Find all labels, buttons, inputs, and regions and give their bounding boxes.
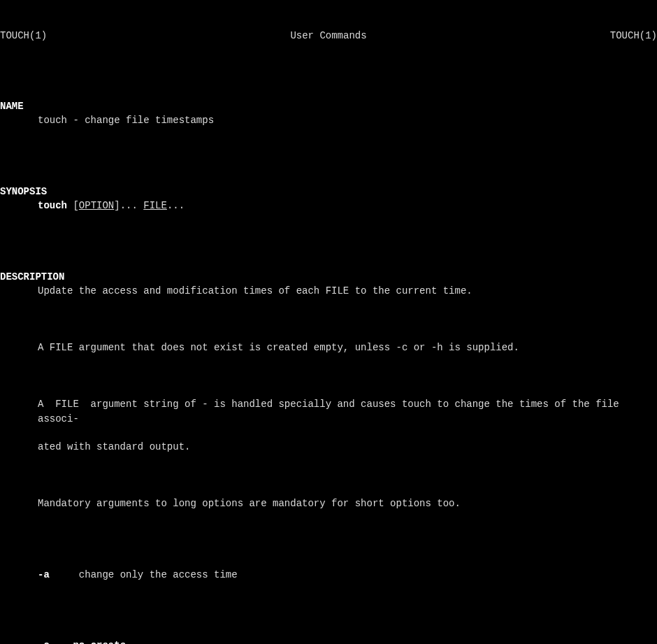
desc-p1: Update the access and modification times… bbox=[0, 284, 657, 298]
header-center: User Commands bbox=[290, 29, 366, 43]
opt-c-flag: -c bbox=[38, 640, 50, 644]
desc-p4: Mandatory arguments to long options are … bbox=[0, 496, 657, 510]
desc-p3a: A FILE argument string of - is handled s… bbox=[0, 397, 657, 426]
opt-c-long: --no-create bbox=[62, 640, 126, 644]
name-text: touch - change file timestamps bbox=[0, 113, 657, 127]
section-synopsis: SYNOPSIS bbox=[0, 186, 47, 197]
header-right: TOUCH(1) bbox=[610, 29, 657, 43]
man-header: TOUCH(1) User Commands TOUCH(1) bbox=[0, 29, 657, 43]
synopsis-cmd: touch bbox=[38, 200, 67, 211]
header-left: TOUCH(1) bbox=[0, 29, 47, 43]
opt-a-desc: change only the access time bbox=[79, 569, 238, 580]
man-page: TOUCH(1) User Commands TOUCH(1) NAME tou… bbox=[0, 0, 657, 644]
opt-a: -a change only the access time bbox=[0, 568, 657, 582]
opt-a-flag: -a bbox=[38, 569, 50, 580]
desc-p3b: ated with standard output. bbox=[0, 440, 657, 454]
synopsis-option: OPTION bbox=[79, 200, 114, 211]
synopsis-file: FILE bbox=[143, 200, 167, 211]
section-name: NAME bbox=[0, 101, 24, 112]
synopsis-line: touch [OPTION]... FILE... bbox=[0, 199, 657, 213]
section-description: DESCRIPTION bbox=[0, 271, 64, 282]
desc-p2: A FILE argument that does not exist is c… bbox=[0, 341, 657, 355]
opt-c: -c, --no-create bbox=[0, 638, 657, 644]
